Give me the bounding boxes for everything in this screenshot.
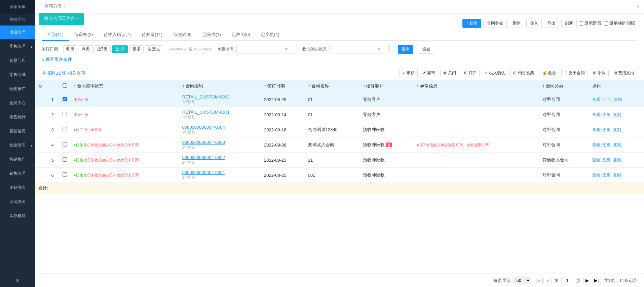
action-btn-payment[interactable]: 💰 收款 [539,69,559,77]
checkbox-input-show-mark[interactable] [604,21,608,26]
date-btn-custom[interactable]: 自定义 [145,45,163,53]
expand-filter-button[interactable]: ∨ 展开更多条件 [42,56,637,63]
sidebar-item-base[interactable]: 基础信息 [0,124,35,138]
row-gear[interactable] [35,122,46,137]
op-btn-复制[interactable]: 复制 [614,97,622,102]
op-btn-查看[interactable]: 查看 [592,173,600,177]
delete-toolbar-button[interactable]: 删除 [509,19,524,28]
action-btn-sales-invoice[interactable]: ⊞ 销售发票 [510,69,537,77]
contract-code-link[interactable]: 0000000000004-0002 [182,155,225,160]
op-btn-变更[interactable]: 变更 [603,127,611,132]
op-btn-查看[interactable]: 查看 [592,127,600,132]
row-checkbox[interactable] [63,97,67,101]
contract-code-link[interactable]: RETAIL_CUSTOM-0003 [182,94,230,99]
checkbox-show-stage[interactable]: 显示阶段 [579,20,602,26]
row-gear[interactable] [35,137,46,153]
row-checkbox[interactable] [63,142,67,147]
op-btn-查看[interactable]: 查看 [592,112,600,117]
sidebar-item-marketing[interactable]: 营销推广 [0,82,35,96]
action-btn-purchase[interactable]: ⊞ 采购 [590,69,608,77]
sidebar-item-purchase[interactable]: 采购管理 [0,195,35,209]
action-btn-income-confirm[interactable]: ⊕ 收入确认 [482,69,508,77]
income-confirm-select[interactable]: ▼ [329,45,390,53]
contract-code-link[interactable]: 0000000000004-0001 [182,170,225,175]
op-btn-复制[interactable]: 复制 [613,158,621,162]
sidebar-item-sales[interactable]: 销售管理 [0,167,35,181]
sidebar-nav[interactable]: 快捷导航 [0,14,35,26]
op-btn-复制[interactable]: 复制 [613,142,621,147]
sidebar-item-project[interactable]: 项目合同 [0,26,35,40]
filter-tab-pending-confirm[interactable]: 待收入确认(7) [98,29,136,41]
prev-page-button[interactable]: ◀ [543,277,552,284]
action-btn-abandon[interactable]: ✗ 弃审 [420,69,438,77]
refresh-toolbar-button[interactable]: 刷新 [561,19,577,28]
sidebar-item-mkt2[interactable]: 营销推广 [0,153,35,167]
op-btn-查看[interactable]: 查看 [592,97,600,102]
op-btn-复制[interactable]: 复制 [613,173,621,177]
op-btn-复制[interactable]: 复制 [613,112,621,117]
op-btn-查看[interactable]: 查看 [592,142,600,147]
filter-tab-closed[interactable]: 已关闭(0) [226,29,256,41]
settings-button[interactable]: 设置 [419,45,434,54]
checkbox-show-mark[interactable]: 显示标的明细 [604,20,635,26]
sidebar-item-retail[interactable]: 零售管理 [0,40,35,54]
contract-code-link[interactable]: 0000000000004-0003 [182,140,225,145]
checkbox-input-show-stage[interactable] [579,21,583,26]
row-gear[interactable] [35,168,46,183]
date-btn-today[interactable]: 今天 [79,45,93,53]
close-button[interactable]: ✕ [636,4,640,9]
op-btn-变更[interactable]: 变更 [603,142,611,147]
action-btn-print[interactable]: ⊞ 打开 [461,69,480,77]
sidebar-search[interactable]: 搜索菜单 [0,0,35,14]
sidebar-item-smart[interactable]: 智慧门店 [0,54,35,68]
filter-tab-pending-invoice[interactable]: 待开票(11) [136,29,168,41]
row-gear[interactable] [35,92,46,107]
row-gear[interactable] [35,107,46,122]
sidebar-item-xiaocom[interactable]: 小畅电商 [0,181,35,195]
sidebar-settings[interactable]: ⚙ [0,274,35,287]
sidebar-item-stock[interactable]: 库存核算 [0,209,35,223]
row-checkbox[interactable] [63,127,67,131]
import-toolbar-button[interactable]: 导入 [526,19,542,28]
filter-tab-completed[interactable]: 已完成(1) [197,29,226,41]
sidebar-item-ecom[interactable]: 零售商城 [0,68,35,82]
filter-tab-all[interactable]: 全部(11) [42,29,69,41]
action-btn-review[interactable]: ✓ 审核 [399,69,418,77]
date-btn-yesterday[interactable]: 昨天 [63,45,77,53]
tab-close-income-workbench[interactable]: × [76,16,78,20]
sidebar-item-wholesale[interactable]: 批发管理 [0,138,35,153]
kanban-toolbar-button[interactable]: 合同看板 [483,19,507,28]
tab-income-workbench[interactable]: 收入合同工作台× [39,13,84,25]
next-page-button[interactable]: ▶ [583,277,591,284]
select-all-checkbox[interactable] [63,83,67,88]
date-btn-more[interactable]: 更多 [129,45,144,53]
tab-contract-cat[interactable]: 合同分类× [39,1,84,13]
filter-tab-pending-review[interactable]: 待审核(2) [69,29,98,41]
action-btn-out-contract[interactable]: ⊞ 支出合同 [561,69,588,77]
op-btn-查看[interactable]: 查看 [592,158,600,162]
per-page-select[interactable]: 50 100 [514,277,531,284]
query-button[interactable]: 查询 [398,45,413,54]
row-gear[interactable] [35,153,46,168]
row-checkbox[interactable] [63,157,67,162]
date-btn-last7[interactable]: 近7天 [94,45,111,53]
sidebar-item-member[interactable]: 会员中心 [0,96,35,110]
page-number-input[interactable] [561,277,573,284]
filter-tab-pending-payment[interactable]: 待收款(8) [168,29,197,41]
row-checkbox[interactable] [63,172,67,177]
first-page-button[interactable]: |◀ [534,277,543,284]
tab-close-contract-cat[interactable]: × [63,4,65,8]
row-checkbox[interactable] [63,112,67,116]
action-btn-expense[interactable]: ⊞ 费用支出 [611,69,637,77]
contract-code-link[interactable]: 0000000000004-0004 [182,125,225,130]
op-btn-变更[interactable]: 变更 [603,112,611,117]
export-toolbar-button[interactable]: 导出 [544,19,559,28]
op-btn-变更[interactable]: 变更 [603,158,611,162]
op-btn-复制[interactable]: 复制 [613,127,621,132]
contract-code-link[interactable]: RETAIL_CUSTOM-0001 [182,110,230,115]
doc-status-select[interactable]: ▼ [236,45,297,53]
filter-tab-changed[interactable]: 已变更(4) [256,29,285,41]
op-btn-变更[interactable]: 变更 [603,173,611,177]
date-btn-last1m[interactable]: 近1月 [112,45,128,53]
add-toolbar-button[interactable]: + 新增 [462,19,481,28]
